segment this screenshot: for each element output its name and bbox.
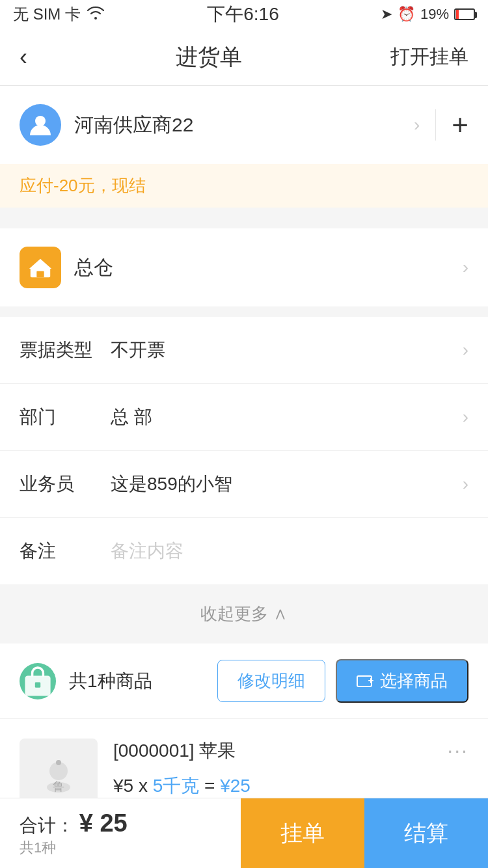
location-icon: ➤ xyxy=(381,6,392,23)
invoice-type-value: 不开票 xyxy=(98,338,463,362)
sales-chevron-icon: › xyxy=(463,474,468,495)
pending-button[interactable]: 挂单 xyxy=(241,798,364,869)
edit-detail-button[interactable]: 修改明细 xyxy=(217,660,325,702)
warehouse-row[interactable]: 总仓 › xyxy=(0,218,488,306)
back-button[interactable]: ‹ xyxy=(20,44,27,71)
dept-row[interactable]: 部门 总 部 › xyxy=(0,383,488,450)
supplier-chevron-icon: › xyxy=(414,115,420,135)
product-icon xyxy=(20,663,56,699)
svg-point-9 xyxy=(56,760,61,765)
sales-row[interactable]: 业务员 这是859的小智 › xyxy=(0,450,488,517)
quantity-value: 5千克 xyxy=(153,776,200,796)
sales-value: 这是859的小智 xyxy=(98,472,463,496)
main-content: 河南供应商22 › + 应付-20元，现结 总仓 › 票据类型 不开票 xyxy=(0,86,488,868)
status-bar: 无 SIM 卡 下午6:16 ➤ ⏰ 19% xyxy=(0,0,488,29)
product-price: ¥5 x 5千克 = ¥25 xyxy=(113,774,447,798)
dept-chevron-icon: › xyxy=(463,407,468,427)
product-count: 共1种商品 xyxy=(69,669,217,694)
sales-label: 业务员 xyxy=(20,472,98,496)
supplier-row[interactable]: 河南供应商22 › + xyxy=(0,86,488,164)
product-more-button[interactable]: ··· xyxy=(447,739,468,763)
status-right: ➤ ⏰ 19% xyxy=(381,6,475,23)
battery-icon xyxy=(454,8,475,20)
open-pending-button[interactable]: 打开挂单 xyxy=(390,44,468,70)
alarm-icon: ⏰ xyxy=(398,6,415,23)
remark-row[interactable]: 备注 备注内容 xyxy=(0,517,488,584)
product-header: 共1种商品 修改明细 选择商品 xyxy=(0,644,488,718)
supplier-section: 河南供应商22 › + 应付-20元，现结 xyxy=(0,86,488,208)
page-title: 进货单 xyxy=(176,42,242,72)
invoice-type-label: 票据类型 xyxy=(20,338,98,362)
collapse-label: 收起更多 ∧ xyxy=(200,603,287,625)
remark-input[interactable]: 备注内容 xyxy=(98,539,468,563)
status-left: 无 SIM 卡 xyxy=(13,4,105,25)
dept-label: 部门 xyxy=(20,405,98,429)
supplier-divider xyxy=(435,109,436,141)
total-area: 合计： ¥ 25 共1种 xyxy=(0,809,241,858)
sim-status: 无 SIM 卡 xyxy=(13,4,81,25)
warehouse-chevron-icon: › xyxy=(463,257,468,278)
svg-marker-2 xyxy=(29,259,51,269)
warehouse-icon xyxy=(20,247,61,288)
add-supplier-button[interactable]: + xyxy=(452,109,468,141)
total-label: 合计： xyxy=(20,815,74,835)
total-price: ¥25 xyxy=(220,776,251,796)
svg-point-0 xyxy=(35,116,46,126)
battery-percent: 19% xyxy=(420,6,449,23)
collapse-bar[interactable]: 收起更多 ∧ xyxy=(0,584,488,644)
invoice-type-row[interactable]: 票据类型 不开票 › xyxy=(0,317,488,383)
svg-rect-5 xyxy=(35,682,40,687)
select-product-label: 选择商品 xyxy=(380,670,448,692)
notice-text: 应付-20元，现结 xyxy=(20,176,146,195)
notice-bar: 应付-20元，现结 xyxy=(0,164,488,208)
wifi-icon xyxy=(86,5,105,23)
unit-price: ¥5 x xyxy=(113,776,153,796)
supplier-avatar xyxy=(20,104,61,146)
invoice-chevron-icon: › xyxy=(463,340,468,360)
select-product-button[interactable]: 选择商品 xyxy=(336,659,468,703)
form-section: 票据类型 不开票 › 部门 总 部 › 业务员 这是859的小智 › 备注 备注… xyxy=(0,317,488,584)
total-amount: ¥ 25 xyxy=(79,809,128,837)
product-name: [0000001] 苹果 xyxy=(113,739,447,763)
svg-rect-3 xyxy=(36,271,44,278)
dept-value: 总 部 xyxy=(98,405,463,429)
product-info: [0000001] 苹果 ¥5 x 5千克 = ¥25 xyxy=(113,739,447,798)
product-code: [0000001] 苹果 xyxy=(113,740,236,761)
bottom-bar: 合计： ¥ 25 共1种 挂单 结算 xyxy=(0,798,488,868)
settle-button[interactable]: 结算 xyxy=(364,798,488,869)
total-row: 合计： ¥ 25 xyxy=(20,809,221,838)
nav-bar: ‹ 进货单 打开挂单 xyxy=(0,29,488,86)
equals-sign: = xyxy=(204,776,220,796)
svg-text:鲁: 鲁 xyxy=(53,780,64,793)
time-display: 下午6:16 xyxy=(207,2,279,27)
warehouse-section: 总仓 › xyxy=(0,218,488,306)
supplier-name: 河南供应商22 xyxy=(74,112,414,139)
total-count: 共1种 xyxy=(20,838,221,858)
warehouse-name: 总仓 xyxy=(74,254,463,281)
remark-label: 备注 xyxy=(20,539,98,563)
